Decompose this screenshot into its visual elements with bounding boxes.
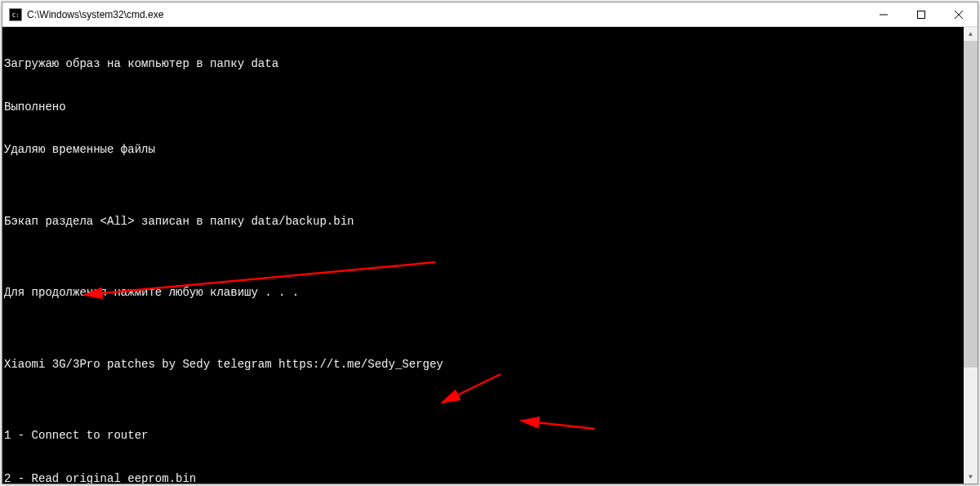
terminal-line: 1 - Connect to router [4,429,976,444]
terminal-line: Бэкап раздела <All> записан в папку data… [4,215,976,230]
window-title: C:\Windows\system32\cmd.exe [27,9,865,20]
window-controls [865,2,978,26]
svg-text:C:\: C:\ [12,12,20,19]
maximize-button[interactable] [902,2,940,27]
terminal-area[interactable]: Загружаю образ на компьютер в папку data… [2,27,978,484]
terminal-line: Удаляю временные файлы [4,143,976,158]
titlebar[interactable]: C:\ C:\Windows\system32\cmd.exe [2,2,978,27]
terminal-line: Загружаю образ на компьютер в папку data [4,57,976,72]
scrollbar-up-button[interactable]: ▲ [964,27,978,41]
close-button[interactable] [940,2,978,27]
scrollbar-down-button[interactable]: ▼ [964,470,978,484]
close-icon [955,11,963,19]
minimize-button[interactable] [865,2,902,27]
maximize-icon [917,11,925,19]
terminal-content: Загружаю образ на компьютер в папку data… [4,29,976,484]
terminal-line: Для продолжения нажмите любую клавишу . … [4,286,976,301]
minimize-icon [880,11,888,19]
svg-rect-2 [918,11,925,19]
terminal-line: Xiaomi 3G/3Pro patches by Sedy telegram … [4,358,976,372]
cmd-icon: C:\ [9,8,22,21]
terminal-line: Выполнено [4,100,976,115]
scrollbar-thumb[interactable] [964,41,978,368]
scrollbar[interactable]: ▲ ▼ [964,27,978,484]
terminal-line: 2 - Read original eeprom.bin [4,472,976,484]
cmd-window: C:\ C:\Windows\system32\cmd.exe Загружаю… [2,2,978,484]
